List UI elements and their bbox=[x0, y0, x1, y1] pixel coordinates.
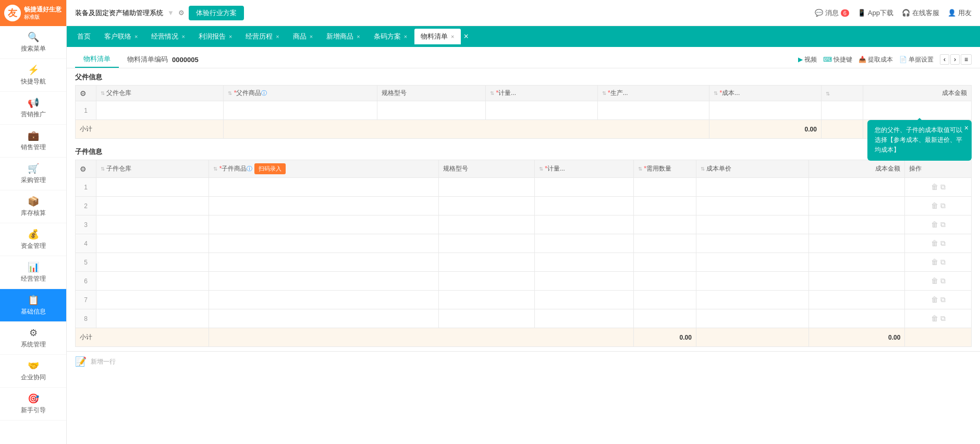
child-qty-cell[interactable] bbox=[633, 178, 696, 197]
delete-icon[interactable]: 🗑 bbox=[931, 201, 938, 210]
sidebar-item-finance[interactable]: 💰 资金管理 bbox=[0, 223, 66, 256]
delete-icon[interactable]: 🗑 bbox=[931, 295, 938, 304]
message-btn[interactable]: 💬 消息 6 bbox=[815, 8, 849, 18]
user-btn[interactable]: 👤 用友 bbox=[948, 8, 972, 18]
sort-icon[interactable]: ⇅ bbox=[602, 90, 606, 96]
parent-spec-cell[interactable] bbox=[377, 101, 485, 120]
nav-tab-barcode[interactable]: 条码方案 × bbox=[368, 29, 413, 44]
sidebar-item-quicknav[interactable]: ⚡ 快捷导航 bbox=[0, 59, 66, 92]
copy-icon[interactable]: ⧉ bbox=[940, 314, 946, 323]
extract-cost-btn[interactable]: 📥 提取成本 bbox=[859, 55, 893, 64]
child-product-cell[interactable] bbox=[209, 178, 438, 197]
nav-tab-new-product[interactable]: 新增商品 × bbox=[320, 29, 366, 44]
nav-tab-operations[interactable]: 经营情况 × bbox=[145, 29, 191, 44]
nav-tab-customer[interactable]: 客户联络 × bbox=[98, 29, 144, 44]
sidebar-item-label: 资金管理 bbox=[21, 242, 46, 250]
nav-tab-home[interactable]: 首页 bbox=[71, 29, 97, 44]
delete-icon[interactable]: 🗑 bbox=[931, 314, 938, 323]
tab-close-icon[interactable]: × bbox=[404, 33, 407, 40]
sort-icon[interactable]: ⇅ bbox=[638, 166, 642, 172]
sort-icon[interactable]: ⇅ bbox=[490, 90, 494, 96]
parent-warehouse-cell[interactable] bbox=[96, 101, 224, 120]
tab-close-icon[interactable]: × bbox=[134, 33, 138, 40]
parent-unit-cell[interactable] bbox=[486, 101, 598, 120]
sidebar-item-basic-info[interactable]: 📋 基础信息 bbox=[0, 289, 66, 322]
parent-th-production: ⇅ *生产... bbox=[597, 86, 709, 101]
copy-icon[interactable]: ⧉ bbox=[940, 201, 946, 210]
tab-close-icon[interactable]: × bbox=[451, 33, 454, 40]
sidebar-item-inventory[interactable]: 📦 库存核算 bbox=[0, 190, 66, 223]
topbar: 装备及固定资产辅助管理系统 ▼ ⚙ 体验行业方案 💬 消息 6 📱 App下载 … bbox=[67, 0, 980, 26]
bottom-bar: 📝 新增一行 bbox=[67, 351, 980, 371]
settings-icon[interactable]: ⚙ bbox=[178, 9, 185, 17]
parent-cost-cell[interactable] bbox=[709, 101, 822, 120]
shortcut-btn[interactable]: ⌨ 快捷键 bbox=[823, 55, 852, 64]
child-th-settings[interactable]: ⚙ bbox=[76, 160, 96, 178]
app-download-btn[interactable]: 📱 App下载 bbox=[858, 8, 893, 18]
sidebar-item-label: 快捷导航 bbox=[21, 77, 46, 86]
extract-icon: 📥 bbox=[859, 56, 866, 63]
service-icon: 🎧 bbox=[902, 9, 910, 17]
sort-icon[interactable]: ⇅ bbox=[101, 166, 105, 172]
delete-icon[interactable]: 🗑 bbox=[931, 277, 938, 285]
child-warehouse-cell[interactable] bbox=[96, 178, 209, 197]
delete-icon[interactable]: 🗑 bbox=[931, 239, 938, 248]
parent-product-cell[interactable] bbox=[224, 101, 377, 120]
tab-close-icon[interactable]: × bbox=[181, 33, 185, 40]
nav-tab-products[interactable]: 商品 × bbox=[287, 29, 319, 44]
parent-section: 父件信息 ⚙ ⇅ 父件仓库 ⇅ *父件商品ⓘ 规格型号 ⇅ *计量... bbox=[67, 68, 980, 143]
nav-tab-history[interactable]: 经营历程 × bbox=[239, 29, 285, 44]
delete-icon[interactable]: 🗑 bbox=[931, 183, 938, 191]
parent-th-settings[interactable]: ⚙ bbox=[76, 86, 96, 101]
child-unit-cell[interactable] bbox=[534, 178, 633, 197]
tooltip-close-btn[interactable]: × bbox=[964, 122, 969, 134]
copy-icon[interactable]: ⧉ bbox=[940, 220, 946, 229]
single-settings-btn[interactable]: 📄 单据设置 bbox=[899, 55, 934, 64]
sidebar-item-collab[interactable]: 🤝 企业协同 bbox=[0, 355, 66, 388]
copy-icon[interactable]: ⧉ bbox=[940, 277, 946, 285]
delete-icon[interactable]: 🗑 bbox=[931, 258, 938, 267]
sort-icon[interactable]: ⇅ bbox=[228, 90, 232, 96]
trial-btn[interactable]: 体验行业方案 bbox=[189, 6, 244, 20]
tab-close-icon[interactable]: × bbox=[229, 33, 232, 40]
sidebar-item-sales[interactable]: 💼 销售管理 bbox=[0, 125, 66, 158]
scan-input-btn[interactable]: 扫码录入 bbox=[254, 163, 286, 174]
prev-page-btn[interactable]: ‹ bbox=[940, 54, 949, 65]
child-unit-cost-cell[interactable] bbox=[696, 178, 808, 197]
tab-close-icon[interactable]: × bbox=[310, 33, 313, 40]
child-table-row: 3 🗑⧉ bbox=[76, 215, 972, 234]
sidebar-item-search[interactable]: 🔍 搜索菜单 bbox=[0, 26, 66, 59]
nav-tab-bom[interactable]: 物料清单 × bbox=[414, 29, 460, 44]
tab-close-icon[interactable]: × bbox=[276, 33, 279, 40]
copy-icon[interactable]: ⧉ bbox=[940, 183, 946, 191]
sidebar-item-system[interactable]: ⚙ 系统管理 bbox=[0, 322, 66, 355]
sort-icon[interactable]: ⇅ bbox=[213, 166, 217, 172]
parent-production-cell[interactable] bbox=[597, 101, 709, 120]
sub-tab-bom-code: 物料清单编码 0000005 bbox=[119, 52, 207, 67]
view-video-btn[interactable]: ▶ 视频 bbox=[798, 55, 817, 64]
sort-icon[interactable]: ⇅ bbox=[701, 166, 705, 172]
sub-tab-bom-list[interactable]: 物料清单 bbox=[75, 51, 119, 68]
delete-icon[interactable]: 🗑 bbox=[931, 220, 938, 229]
list-view-btn[interactable]: ≡ bbox=[961, 54, 972, 65]
child-spec-cell[interactable] bbox=[438, 178, 534, 197]
copy-icon[interactable]: ⧉ bbox=[940, 295, 946, 304]
sort-icon[interactable]: ⇅ bbox=[101, 90, 105, 96]
copy-icon[interactable]: ⧉ bbox=[940, 239, 946, 248]
sidebar-item-operations[interactable]: 📊 经营管理 bbox=[0, 256, 66, 289]
next-page-btn[interactable]: › bbox=[950, 54, 960, 65]
tab-close-icon[interactable]: × bbox=[357, 33, 360, 40]
nav-tab-profit[interactable]: 利润报告 × bbox=[192, 29, 238, 44]
parent-th-product: ⇅ *父件商品ⓘ bbox=[224, 86, 377, 101]
add-row-icon[interactable]: 📝 bbox=[75, 356, 87, 367]
copy-icon[interactable]: ⧉ bbox=[940, 258, 946, 267]
sidebar-item-marketing[interactable]: 📢 营销推广 bbox=[0, 92, 66, 125]
close-all-tabs-icon[interactable]: × bbox=[464, 32, 469, 41]
sort-icon[interactable]: ⇅ bbox=[714, 90, 718, 96]
sidebar-item-purchase[interactable]: 🛒 采购管理 bbox=[0, 158, 66, 190]
sidebar-item-guide[interactable]: 🎯 新手引导 bbox=[0, 388, 66, 421]
child-section-title: 子件信息 bbox=[75, 147, 972, 157]
sort-icon[interactable]: ⇅ bbox=[539, 166, 543, 172]
parent-th-amount: 成本金额 bbox=[863, 86, 971, 101]
online-service-btn[interactable]: 🎧 在线客服 bbox=[902, 8, 939, 18]
